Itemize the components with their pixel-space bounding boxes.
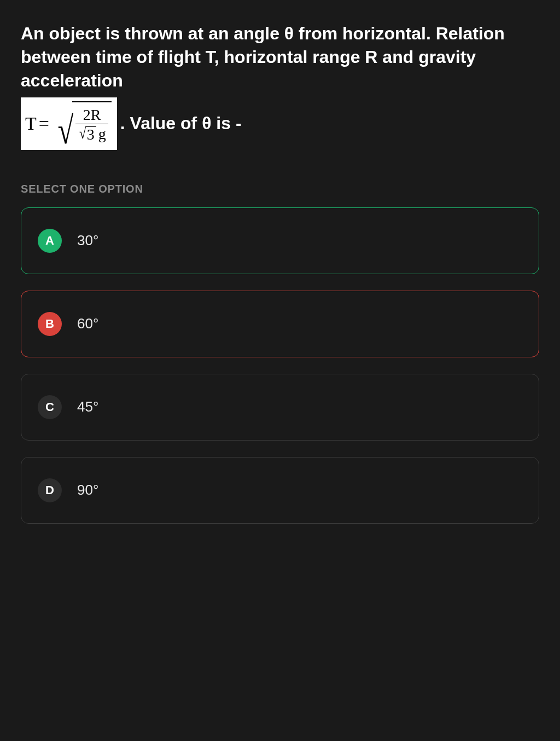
- question-block: An object is thrown at an angle θ from h…: [21, 22, 539, 150]
- option-d[interactable]: D 90°: [21, 457, 539, 524]
- formula-equals: =: [38, 114, 52, 133]
- option-a[interactable]: A 30°: [21, 207, 539, 274]
- question-text-line1: An object is thrown at an angle θ from h…: [21, 22, 539, 93]
- inner-sqrt-value: 3: [85, 126, 96, 142]
- option-text: 45°: [77, 398, 98, 415]
- option-text: 30°: [77, 232, 98, 249]
- formula-lhs: T: [25, 114, 38, 133]
- inner-sqrt-symbol-icon: √: [79, 126, 86, 140]
- fraction-numerator: 2R: [80, 107, 104, 124]
- option-badge: A: [38, 229, 62, 253]
- question-tail: . Value of θ is -: [120, 113, 242, 134]
- option-b[interactable]: B 60°: [21, 291, 539, 357]
- option-c[interactable]: C 45°: [21, 374, 539, 441]
- sqrt-symbol-icon: √: [58, 116, 74, 146]
- question-text-line2: T = √ 2R √ 3 g: [21, 97, 539, 150]
- option-badge: C: [38, 395, 62, 419]
- option-badge: B: [38, 312, 62, 336]
- options-list: A 30° B 60° C 45° D 90°: [21, 207, 539, 524]
- select-one-option-label: SELECT ONE OPTION: [21, 183, 539, 195]
- formula-fraction: 2R √ 3 g: [75, 107, 108, 142]
- option-badge: D: [38, 478, 62, 502]
- formula-image: T = √ 2R √ 3 g: [21, 97, 117, 150]
- denominator-suffix: g: [98, 126, 106, 142]
- inner-sqrt: √ 3: [78, 126, 96, 142]
- formula-sqrt: √ 2R √ 3 g: [52, 101, 112, 146]
- option-text: 90°: [77, 482, 98, 499]
- fraction-denominator: √ 3 g: [75, 124, 108, 142]
- option-text: 60°: [77, 315, 98, 332]
